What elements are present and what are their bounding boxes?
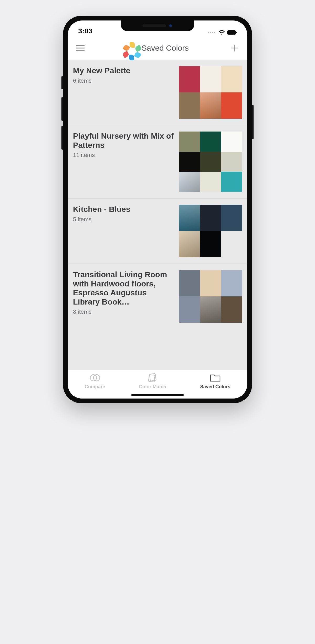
- color-swatch: [221, 205, 242, 231]
- photo-swatch: [200, 92, 221, 119]
- swatch-grid: [179, 270, 242, 323]
- photo-swatch: [179, 172, 200, 192]
- saved-colors-folder-icon: [209, 373, 221, 383]
- palette-text: Playful Nursery with Mix of Patterns11 i…: [73, 132, 175, 192]
- add-button[interactable]: [229, 43, 240, 53]
- palette-title: Kitchen - Blues: [73, 205, 175, 214]
- status-time: 3:03: [78, 27, 92, 35]
- photo-swatch: [179, 205, 200, 231]
- palette-list[interactable]: My New Palette6 itemsPlayful Nursery wit…: [68, 60, 247, 370]
- power-button: [252, 105, 254, 139]
- palette-text: Transitional Living Room with Hardwood f…: [73, 270, 175, 323]
- color-swatch: [221, 152, 242, 172]
- color-swatch: [179, 132, 200, 152]
- battery-icon: [227, 30, 237, 35]
- palette-title: My New Palette: [73, 66, 175, 75]
- page-title: Saved Colors: [141, 44, 189, 53]
- swatch-grid: [179, 66, 242, 119]
- photo-swatch: [200, 296, 221, 323]
- hamburger-icon: [76, 45, 85, 51]
- color-swatch: [200, 152, 221, 172]
- color-swatch: [200, 270, 221, 296]
- tab-label: Saved Colors: [200, 384, 230, 390]
- volume-up-button: [61, 97, 63, 121]
- palette-subtitle: 11 items: [73, 152, 175, 159]
- color-swatch: [221, 92, 242, 119]
- app-logo-icon: [126, 42, 138, 54]
- palette-title: Playful Nursery with Mix of Patterns: [73, 132, 175, 150]
- tab-bar: CompareColor MatchSaved Colors: [68, 370, 247, 399]
- palette-subtitle: 6 items: [73, 77, 175, 84]
- screen: 3:03: [68, 20, 247, 399]
- palette-text: Kitchen - Blues5 items: [73, 205, 175, 257]
- menu-button[interactable]: [75, 43, 86, 53]
- color-swatch: [179, 152, 200, 172]
- volume-down-button: [61, 126, 63, 150]
- compare-icon: [90, 373, 101, 383]
- header-title-group: Saved Colors: [126, 42, 189, 54]
- color-swatch: [179, 66, 200, 92]
- mute-switch: [61, 76, 63, 89]
- palette-subtitle: 5 items: [73, 216, 175, 223]
- app-header: Saved Colors: [68, 36, 247, 60]
- color-swatch: [200, 172, 221, 192]
- status-icons: [208, 30, 237, 35]
- svg-rect-2: [236, 32, 237, 33]
- cellular-dots-icon: [208, 32, 215, 33]
- notch: [121, 20, 194, 31]
- color-swatch: [221, 270, 242, 296]
- plus-icon: [231, 44, 239, 52]
- color-swatch: [200, 231, 221, 257]
- color-swatch: [221, 66, 242, 92]
- wifi-icon: [218, 30, 225, 35]
- svg-rect-1: [228, 31, 235, 34]
- home-indicator: [131, 394, 184, 396]
- color-swatch: [221, 296, 242, 323]
- tab-saved-colors[interactable]: Saved Colors: [200, 373, 230, 390]
- palette-row[interactable]: Transitional Living Room with Hardwood f…: [68, 264, 247, 329]
- palette-row[interactable]: Playful Nursery with Mix of Patterns11 i…: [68, 125, 247, 198]
- empty-swatch: [221, 231, 242, 257]
- photo-swatch: [179, 231, 200, 257]
- swatch-grid: [179, 205, 242, 257]
- palette-text: My New Palette6 items: [73, 66, 175, 119]
- palette-row[interactable]: My New Palette6 items: [68, 60, 247, 125]
- swatch-grid: [179, 132, 242, 192]
- color-swatch: [179, 92, 200, 119]
- color-swatch: [200, 66, 221, 92]
- color-swatch: [221, 132, 242, 152]
- palette-title: Transitional Living Room with Hardwood f…: [73, 270, 175, 306]
- tab-compare[interactable]: Compare: [85, 373, 105, 390]
- phone-frame: 3:03: [63, 16, 252, 403]
- palette-row[interactable]: Kitchen - Blues5 items: [68, 198, 247, 264]
- color-swatch: [179, 296, 200, 323]
- color-swatch: [221, 172, 242, 192]
- color-swatch: [200, 132, 221, 152]
- color-swatch: [179, 270, 200, 296]
- tab-label: Color Match: [139, 384, 166, 390]
- tab-color-match[interactable]: Color Match: [139, 373, 166, 390]
- color-match-icon: [147, 373, 158, 383]
- tab-label: Compare: [85, 384, 105, 390]
- color-swatch: [200, 205, 221, 231]
- palette-subtitle: 8 items: [73, 308, 175, 315]
